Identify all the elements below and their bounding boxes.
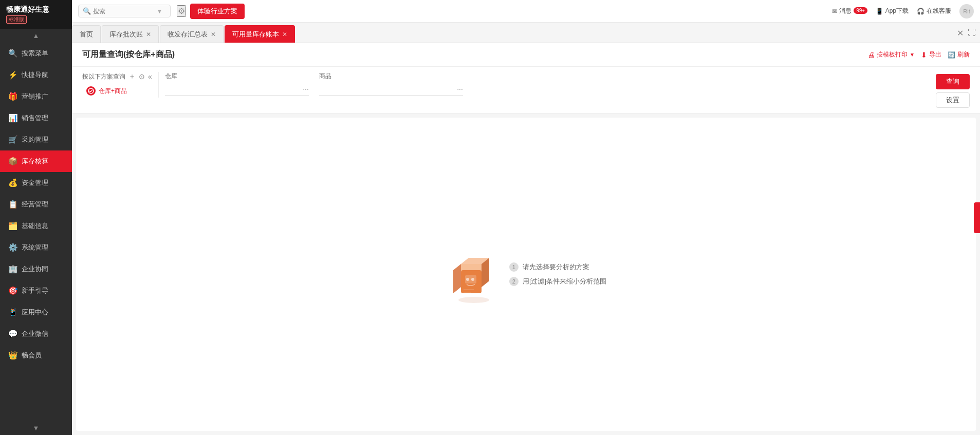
export-button[interactable]: ⬇ 导出 — [921, 50, 941, 59]
cart-icon: 🛒 — [8, 135, 17, 144]
print-icon: 🖨 — [867, 51, 875, 59]
sidebar-item-purchase[interactable]: 🛒 采购管理 — [0, 129, 72, 150]
search-input[interactable] — [93, 8, 155, 15]
search-box[interactable]: 🔍 ▼ — [78, 5, 171, 17]
tab-receive-total-label: 收发存汇总表 — [168, 30, 208, 39]
tip-text-1: 请先选择要分析的方案 — [523, 262, 589, 272]
onboarding-icon: 🎯 — [8, 286, 17, 295]
svg-marker-3 — [453, 264, 461, 293]
industry-solution-button[interactable]: 体验行业方案 — [190, 4, 245, 19]
empty-svg-icon — [446, 249, 502, 305]
filter-scheme-header: 按以下方案查询 ＋ ⊙ « — [82, 72, 152, 81]
empty-state: 1 请先选择要分析的方案 2 用[过滤]条件来缩小分析范围 — [446, 249, 606, 300]
goods-field-label: 商品 — [319, 72, 463, 81]
print-button[interactable]: 🖨 按模板打印 ▼ — [867, 50, 915, 59]
app-download-button[interactable]: 📱 App下载 — [876, 7, 909, 15]
sidebar-item-marketing[interactable]: 🎁 营销推广 — [0, 86, 72, 107]
settings-gear-icon[interactable]: ⚙ — [177, 5, 186, 17]
sidebar-item-label: 搜索菜单 — [22, 49, 48, 58]
tab-available-qty[interactable]: 可用量库存账本 ✕ — [225, 25, 295, 43]
sidebar-item-wechat[interactable]: 💬 企业微信 — [0, 323, 72, 345]
refresh-label: 刷新 — [957, 50, 970, 59]
sidebar-item-inventory[interactable]: 📦 库存核算 — [0, 150, 72, 172]
warehouse-field-input-container: ··· — [165, 83, 309, 96]
tabbar-expand-button[interactable]: ⛶ — [968, 28, 976, 37]
sidebar-item-search[interactable]: 🔍 搜索菜单 — [0, 43, 72, 64]
tab-home-label: 首页 — [80, 30, 93, 39]
app-center-icon: 📱 — [8, 308, 17, 317]
empty-illustration — [446, 249, 497, 300]
app-name: 畅康通好生意 — [6, 5, 66, 14]
tab-batch-account[interactable]: 库存批次账 ✕ — [102, 25, 159, 43]
sidebar-item-label: 企业微信 — [22, 329, 48, 338]
wechat-icon: 💬 — [8, 329, 17, 338]
sidebar-item-label: 销售管理 — [22, 114, 48, 123]
sidebar-item-label: 采购管理 — [22, 135, 48, 144]
sidebar-logo: 畅康通好生意 标准版 — [0, 0, 72, 29]
scheme-icon — [86, 86, 96, 96]
filter-fields: 仓库 ··· 商品 ··· — [165, 72, 926, 96]
sidebar-item-operations[interactable]: 📋 经营管理 — [0, 194, 72, 215]
content-body: 1 请先选择要分析的方案 2 用[过滤]条件来缩小分析范围 — [76, 118, 976, 431]
message-label: 消息 — [839, 7, 852, 15]
goods-input[interactable] — [319, 85, 455, 92]
sidebar-item-basic[interactable]: 🗂️ 基础信息 — [0, 215, 72, 237]
sidebar-item-system[interactable]: ⚙️ 系统管理 — [0, 237, 72, 258]
sidebar-item-finance[interactable]: 💰 资金管理 — [0, 172, 72, 194]
headset-icon: 🎧 — [917, 8, 924, 15]
sidebar-item-sales[interactable]: 📊 销售管理 — [0, 107, 72, 129]
tab-batch-account-label: 库存批次账 — [109, 30, 143, 39]
online-service-label: 在线客服 — [927, 7, 951, 15]
sidebar-item-label: 应用中心 — [22, 308, 48, 317]
gift-icon: 🎁 — [8, 92, 17, 101]
user-name: Rit — [963, 8, 970, 14]
tab-batch-close-icon[interactable]: ✕ — [146, 31, 151, 38]
tip-text-2: 用[过滤]条件来缩小分析范围 — [523, 277, 606, 286]
query-button[interactable]: 查询 — [936, 74, 970, 89]
tabbar-close-button[interactable]: ✕ — [957, 28, 964, 37]
message-icon: ✉ — [832, 8, 837, 15]
sidebar-nav: 🔍 搜索菜单 ⚡ 快捷导航 🎁 营销推广 📊 销售管理 🛒 采购管理 📦 库存核… — [0, 43, 72, 421]
user-menu[interactable]: Rit — [959, 4, 974, 18]
scheme-item-warehouse-goods[interactable]: 仓库+商品 — [82, 84, 152, 98]
goods-more-icon[interactable]: ··· — [457, 85, 463, 93]
content: 可用量查询(按仓库+商品) 🖨 按模板打印 ▼ ⬇ 导出 🔄 刷新 — [72, 43, 980, 435]
sidebar: 畅康通好生意 标准版 ▲ 🔍 搜索菜单 ⚡ 快捷导航 🎁 营销推广 📊 销售管理… — [0, 0, 72, 435]
tab-receive-close-icon[interactable]: ✕ — [211, 31, 216, 38]
export-label: 导出 — [929, 50, 941, 59]
refresh-button[interactable]: 🔄 刷新 — [948, 50, 970, 59]
sidebar-item-label: 营销推广 — [22, 92, 48, 101]
sidebar-item-label: 畅会员 — [22, 351, 42, 360]
settings-button[interactable]: 设置 — [936, 92, 970, 108]
empty-tip-1: 1 请先选择要分析的方案 — [509, 262, 606, 272]
export-icon: ⬇ — [921, 51, 927, 59]
enterprise-icon: 🏢 — [8, 264, 17, 274]
sidebar-item-enterprise[interactable]: 🏢 企业协同 — [0, 258, 72, 280]
empty-tips: 1 请先选择要分析的方案 2 用[过滤]条件来缩小分析范围 — [509, 262, 606, 286]
collapse-scheme-button[interactable]: « — [148, 72, 152, 81]
basic-icon: 🗂️ — [8, 221, 17, 231]
sidebar-item-member[interactable]: 👑 畅会员 — [0, 345, 72, 366]
sidebar-item-app-center[interactable]: 📱 应用中心 — [0, 301, 72, 323]
goods-filter-field: 商品 ··· — [319, 72, 463, 96]
sidebar-scroll-down[interactable]: ▼ — [0, 421, 72, 435]
sidebar-item-shortcut[interactable]: ⚡ 快捷导航 — [0, 64, 72, 86]
manage-scheme-button[interactable]: ⊙ — [139, 72, 145, 81]
tab-receive-total[interactable]: 收发存汇总表 ✕ — [160, 25, 224, 43]
sidebar-item-onboarding[interactable]: 🎯 新手引导 — [0, 280, 72, 301]
tab-available-close-icon[interactable]: ✕ — [282, 31, 287, 38]
message-button[interactable]: ✉ 消息 99 — [832, 7, 867, 15]
right-edge-scroll-button[interactable] — [974, 202, 980, 233]
online-service-button[interactable]: 🎧 在线客服 — [917, 7, 951, 15]
page-actions: 🖨 按模板打印 ▼ ⬇ 导出 🔄 刷新 — [867, 50, 970, 59]
warehouse-input[interactable] — [165, 85, 301, 92]
tab-home[interactable]: 首页 — [72, 25, 101, 43]
sidebar-scroll-up[interactable]: ▲ — [0, 29, 72, 43]
warehouse-more-icon[interactable]: ··· — [303, 85, 309, 93]
filter-area: 按以下方案查询 ＋ ⊙ « 仓库+商品 仓 — [72, 67, 980, 114]
sidebar-item-label: 快捷导航 — [22, 70, 48, 80]
add-scheme-button[interactable]: ＋ — [128, 72, 136, 81]
page-header: 可用量查询(按仓库+商品) 🖨 按模板打印 ▼ ⬇ 导出 🔄 刷新 — [72, 43, 980, 67]
dropdown-icon[interactable]: ▼ — [910, 52, 915, 58]
sidebar-item-label: 资金管理 — [22, 178, 48, 187]
